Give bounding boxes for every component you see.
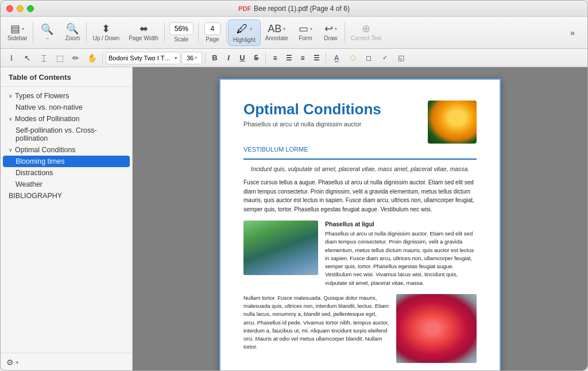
- sidebar-item-self-cross[interactable]: Self-pollination vs. Cross-pollination: [3, 125, 130, 144]
- divider: [198, 22, 199, 43]
- divider: [86, 22, 87, 43]
- format-toolbar: I ↖ ⌶ ⬚ ✏ ✋ Bodoni Svty Two I T C T ▾ 36…: [1, 49, 587, 67]
- strikethrough-button[interactable]: S̶: [250, 52, 262, 64]
- pdf-landscape-image: [243, 221, 318, 275]
- pdf-page-subtitle: Phasellus ut arcu ut nulla dignissim auc…: [243, 121, 421, 127]
- page-width-button[interactable]: ⬌ Page Width: [124, 21, 163, 44]
- toolbar2-divider: [102, 52, 103, 64]
- sidebar-item-blooming-times[interactable]: Blooming times: [3, 156, 130, 167]
- align-center-button[interactable]: ☰: [283, 52, 295, 64]
- close-button[interactable]: [6, 5, 13, 12]
- sidebar-icon: ▤: [10, 24, 20, 34]
- font-selector[interactable]: Bodoni Svty Two I T C T ▾: [106, 52, 180, 64]
- scale-input[interactable]: 56%: [169, 22, 194, 35]
- align-right-button[interactable]: ≡: [296, 52, 309, 64]
- page-number-input[interactable]: 4: [204, 22, 220, 35]
- pdf-two-col-section: Phasellus at ligul Phasellus ut arcu ut …: [243, 221, 477, 287]
- gear-dropdown-icon: ▾: [16, 360, 18, 365]
- pdf-page-title: Optimal Conditions: [243, 101, 421, 118]
- pdf-hibiscus-image: [396, 294, 477, 363]
- more-button[interactable]: »: [560, 26, 585, 39]
- pdf-link[interactable]: VESTIBULUM LORME: [243, 146, 477, 153]
- annotate-button[interactable]: AB ▾ Annotate: [261, 21, 293, 44]
- border-button[interactable]: ◻: [361, 51, 376, 65]
- divider: [345, 22, 345, 43]
- annotate-icon: AB: [268, 24, 281, 34]
- settings-gear-button[interactable]: ⚙: [6, 358, 14, 367]
- draw-button[interactable]: ↩ ▾ Draw: [318, 21, 343, 44]
- window-title: PDF Bee report (1).pdf (Page 4 of 6): [238, 5, 350, 13]
- traffic-lights: [6, 5, 34, 12]
- form-button[interactable]: ▭ ▾ Form: [293, 21, 318, 44]
- divider: [164, 22, 165, 43]
- freehand-button[interactable]: ✏: [68, 51, 83, 65]
- titlebar: PDF Bee report (1).pdf (Page 4 of 6): [1, 1, 587, 17]
- chevron-icon: ∨: [9, 93, 13, 99]
- table-of-contents: ∨ Types of Flowers Native vs. non-native…: [1, 87, 132, 353]
- more-icon: »: [570, 29, 575, 37]
- sidebar-item-bibliography[interactable]: BIBLIOGRAPHY: [3, 190, 130, 202]
- pdf-page: Optimal Conditions Phasellus ut arcu ut …: [219, 79, 501, 371]
- border2-button[interactable]: ◱: [393, 51, 408, 65]
- italic-button[interactable]: I: [222, 52, 235, 64]
- marquee-button[interactable]: ⬚: [52, 51, 67, 65]
- toolbar2-divider: [265, 52, 266, 64]
- zoom-in-button[interactable]: 🔍 Zoom: [60, 21, 85, 44]
- font-size-control[interactable]: 36 ▾: [181, 52, 202, 64]
- pdf-area[interactable]: Optimal Conditions Phasellus ut arcu ut …: [133, 67, 587, 371]
- font-size-chevron: ▾: [195, 55, 197, 60]
- highlight-button[interactable]: 🖊 ▾ Highlight: [228, 20, 261, 46]
- pdf-italic-text: Incidunt quis, vulputate sit amet, place…: [243, 165, 477, 172]
- bold-button[interactable]: B: [208, 52, 221, 64]
- sidebar-button[interactable]: ▤ ▾ Sidebar: [3, 21, 32, 44]
- align-left-button[interactable]: ≡: [269, 52, 281, 64]
- underline-button[interactable]: U: [236, 52, 249, 64]
- pdf-col-text: Phasellus at ligul Phasellus ut arcu ut …: [325, 221, 477, 287]
- pdf-bottom-section: Nullam tortor. Fusce malesuada. Quisque …: [243, 294, 477, 363]
- up-down-icon: ⬍: [102, 24, 110, 34]
- page-control[interactable]: 4 Page: [200, 20, 225, 45]
- pdf-divider: [243, 159, 477, 160]
- sidebar-item-optimal-conditions[interactable]: ∨ Optimal Conditions: [3, 144, 130, 156]
- pdf-body-text-1: Fusce cursus tellus a augue. Phasellus u…: [243, 178, 477, 214]
- main-toolbar: ▤ ▾ Sidebar 🔍 − 🔍 Zoom ⬍ Up / Down ⬌ Pag…: [1, 17, 587, 49]
- fill-color-button[interactable]: ⬡: [345, 51, 360, 65]
- sidebar-bottom: ⚙ ▾: [1, 353, 132, 371]
- toolbar2-divider: [205, 52, 206, 64]
- zoom-in-icon: 🔍: [66, 24, 79, 34]
- pdf-file-icon: PDF: [238, 5, 251, 12]
- sidebar-item-types-flowers[interactable]: ∨ Types of Flowers: [3, 90, 130, 102]
- sidebar-item-native-non-native[interactable]: Native vs. non-native: [3, 102, 130, 113]
- correct-text-icon: ⊕: [362, 24, 370, 34]
- cursor-tool-button[interactable]: I: [4, 51, 19, 65]
- divider: [33, 22, 33, 43]
- zoom-out-button[interactable]: 🔍 −: [34, 22, 60, 44]
- sidebar-item-modes-pollination[interactable]: ∨ Modes of Pollination: [3, 113, 130, 125]
- minimize-button[interactable]: [17, 5, 24, 12]
- align-justify-button[interactable]: ☰: [310, 52, 323, 64]
- text-color-button[interactable]: A̲: [329, 51, 344, 65]
- correct-text-button[interactable]: ⊕ Correct Text: [346, 21, 386, 44]
- page-width-icon: ⬌: [140, 24, 148, 34]
- draw-icon: ↩: [324, 24, 333, 34]
- font-dropdown-icon: ▾: [175, 55, 177, 61]
- hand-tool-button[interactable]: ✋: [84, 51, 99, 65]
- main-area: Table of Contents ∨ Types of Flowers Nat…: [1, 67, 587, 371]
- sidebar-item-distractions[interactable]: Distractions: [3, 167, 130, 179]
- sidebar-panel: Table of Contents ∨ Types of Flowers Nat…: [1, 67, 133, 371]
- checkmark-button[interactable]: ✓: [377, 51, 392, 65]
- fullscreen-button[interactable]: [27, 5, 34, 12]
- select-tool-button[interactable]: ↖: [20, 51, 35, 65]
- divider: [226, 22, 227, 43]
- pdf-flower-image-top: [428, 101, 477, 144]
- form-icon: ▭: [299, 24, 308, 34]
- pdf-body-text-2: Nullam tortor. Fusce malesuada. Quisque …: [243, 294, 389, 363]
- scale-control[interactable]: 56% Scale: [166, 20, 197, 45]
- chevron-icon: ∨: [9, 147, 13, 153]
- toolbar2-divider: [326, 52, 326, 64]
- highlight-icon: 🖊: [237, 22, 248, 36]
- text-select-button[interactable]: ⌶: [36, 51, 51, 65]
- sidebar-item-weather[interactable]: Weather: [3, 179, 130, 190]
- chevron-icon: ∨: [9, 116, 13, 122]
- up-down-button[interactable]: ⬍ Up / Down: [88, 21, 124, 44]
